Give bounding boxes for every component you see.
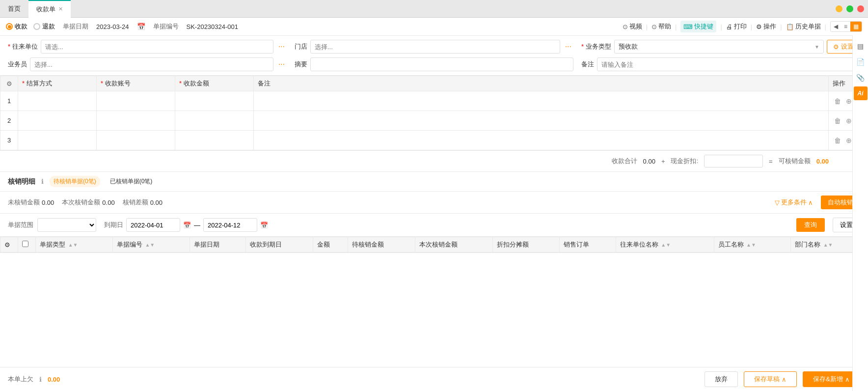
sidebar-doc-icon[interactable]: 📄 [854, 55, 868, 69]
amount-3[interactable] [175, 131, 254, 150]
table-gear-icon[interactable]: ⚙ [6, 80, 12, 87]
bottom-table-container: ⚙ 单据类型 ▲▼ 单据编号 ▲▼ [0, 237, 868, 253]
business-type-select[interactable]: 预收款 ▼ [614, 40, 824, 54]
view-grid[interactable]: ▦ [850, 22, 862, 31]
store-label: 门店 [295, 42, 307, 51]
table-row: 1 🗑 ⊕ [0, 91, 868, 111]
more-filter-btn[interactable]: ▽ 更多条件 ∧ [775, 198, 813, 207]
video-link[interactable]: ⊙ 视频 [623, 22, 642, 31]
range-select[interactable] [37, 218, 96, 232]
sort-arrows-type: ▲▼ [68, 243, 78, 248]
save-new-label: 保存&新增 [813, 375, 843, 384]
help-link[interactable]: ⊙ 帮助 [651, 22, 671, 31]
amount-1[interactable] [175, 91, 254, 111]
maximize-btn[interactable] [846, 5, 853, 12]
query-btn[interactable]: 查询 [796, 218, 825, 232]
equals-sign: = [769, 158, 773, 165]
bt-col-gear[interactable]: ⚙ [0, 237, 18, 252]
account-3[interactable] [97, 131, 175, 150]
bt-dept-label: 部门名称 [795, 241, 820, 248]
filter-bar: 未核销金额 0.00 本次核销金额 0.00 核销差额 0.00 ▽ 更多条件 … [0, 192, 868, 214]
delete-row-3-icon[interactable]: 🗑 [833, 137, 842, 144]
cal-to-icon[interactable]: 📅 [260, 222, 268, 229]
current-reconcil-item: 本次核销金额 0.00 [62, 198, 114, 207]
row-num-2: 2 [0, 111, 18, 131]
tab-receipt-label: 收款单 [36, 5, 55, 14]
salesperson-input[interactable] [30, 57, 273, 71]
salesperson-more-icon[interactable]: ··· [276, 60, 287, 69]
reconcil-title: 核销明细 [8, 177, 35, 186]
bt-check-all[interactable] [22, 241, 28, 247]
bt-counterpart-label: 往来单位名称 [620, 241, 658, 248]
bt-gear-icon[interactable]: ⚙ [4, 241, 10, 249]
store-more-icon[interactable]: ··· [563, 42, 573, 51]
sidebar-ai-icon[interactable]: Ai [854, 86, 868, 100]
remark-input[interactable] [597, 57, 860, 71]
bt-sort-type: 单据类型 ▲▼ [40, 241, 78, 248]
save-new-arrow-icon[interactable]: ∧ [845, 376, 850, 383]
shortcut-link[interactable]: ⌨ 快捷键 [680, 21, 716, 32]
date-filter: 到期日 📅 — 📅 [104, 218, 268, 232]
save-new-btn[interactable]: 保存&新增 ∧ [803, 371, 860, 387]
copy-row-3-icon[interactable]: ⊕ [844, 137, 853, 144]
sidebar-attach-icon[interactable]: 📎 [854, 71, 868, 84]
minimize-btn[interactable] [836, 5, 842, 12]
view-list[interactable]: ≡ [841, 22, 850, 31]
settlement-1[interactable] [18, 91, 97, 111]
view-prev[interactable]: ◀ [831, 22, 841, 31]
ops-link[interactable]: ⚙ 操作 [756, 22, 776, 31]
tab-home[interactable]: 首页 [0, 0, 28, 18]
amount-2[interactable] [175, 111, 254, 131]
radio-refund[interactable]: 退款 [33, 22, 55, 31]
delete-row-2-icon[interactable]: 🗑 [833, 117, 842, 125]
copy-row-1-icon[interactable]: ⊕ [844, 97, 853, 105]
bt-due-label: 收款到期日 [250, 241, 282, 248]
date-value[interactable]: 2023-03-24 [96, 23, 129, 30]
discard-btn[interactable]: 放弃 [705, 371, 738, 387]
col-account: 收款账号 [97, 76, 175, 91]
tab-receipt[interactable]: 收款单 ✕ [28, 0, 71, 18]
pending-tab[interactable]: 待核销单据(0笔) [50, 176, 100, 187]
history-icon: 📋 [786, 23, 794, 30]
discount-input[interactable] [704, 155, 763, 168]
date-from-input[interactable] [126, 218, 180, 232]
counterpart-input[interactable] [41, 40, 273, 54]
settlement-2[interactable] [18, 111, 97, 131]
counterpart-more-icon[interactable]: ··· [276, 42, 287, 51]
bt-sales-label: 销售订单 [564, 241, 589, 248]
copy-row-2-icon[interactable]: ⊕ [844, 117, 853, 125]
settlement-3[interactable] [18, 131, 97, 150]
business-type-field: 业务类型 预收款 ▼ ⚙ 设置 [581, 40, 860, 54]
account-1[interactable] [97, 91, 175, 111]
close-btn[interactable] [857, 5, 864, 12]
summary-input[interactable] [310, 57, 573, 71]
receipt-table: ⚙ 结算方式 收款账号 收款金额 备注 操作 [0, 76, 868, 150]
cal-from-icon[interactable]: 📅 [183, 222, 191, 229]
done-tab[interactable]: 已核销单据(0笔) [106, 176, 157, 187]
history-link[interactable]: 📋 历史单据 [786, 22, 821, 31]
date-label: 单据日期 [63, 22, 88, 31]
note-1[interactable] [254, 91, 829, 111]
radio-receipt[interactable]: 收款 [6, 22, 27, 31]
search-filters: 单据范围 到期日 📅 — 📅 查询 设置 [0, 214, 868, 237]
print-link[interactable]: 🖨 打印 [726, 22, 747, 31]
bt-col-amount: 金额 [313, 237, 348, 252]
col-settlement-label: 结算方式 [22, 80, 52, 87]
note-3[interactable] [254, 131, 829, 150]
store-input[interactable] [310, 40, 560, 54]
save-draft-btn[interactable]: 保存草稿 ∧ [744, 371, 797, 387]
sidebar-table-icon[interactable]: ▤ [854, 39, 868, 53]
delete-row-1-icon[interactable]: 🗑 [833, 97, 842, 105]
col-gear[interactable]: ⚙ [0, 76, 18, 91]
account-2[interactable] [97, 111, 175, 131]
draft-arrow-icon[interactable]: ∧ [782, 376, 787, 383]
reconcil-info-icon[interactable]: ℹ [41, 178, 44, 185]
discount-label: 现金折扣: [671, 157, 698, 166]
bt-number-label: 单据编号 [117, 241, 142, 248]
date-to-input[interactable] [203, 218, 257, 232]
print-label: 打印 [734, 22, 747, 31]
bt-amount-label: 金额 [317, 241, 330, 248]
tab-close-icon[interactable]: ✕ [58, 6, 63, 12]
calendar-icon[interactable]: 📅 [137, 23, 145, 30]
note-2[interactable] [254, 111, 829, 131]
